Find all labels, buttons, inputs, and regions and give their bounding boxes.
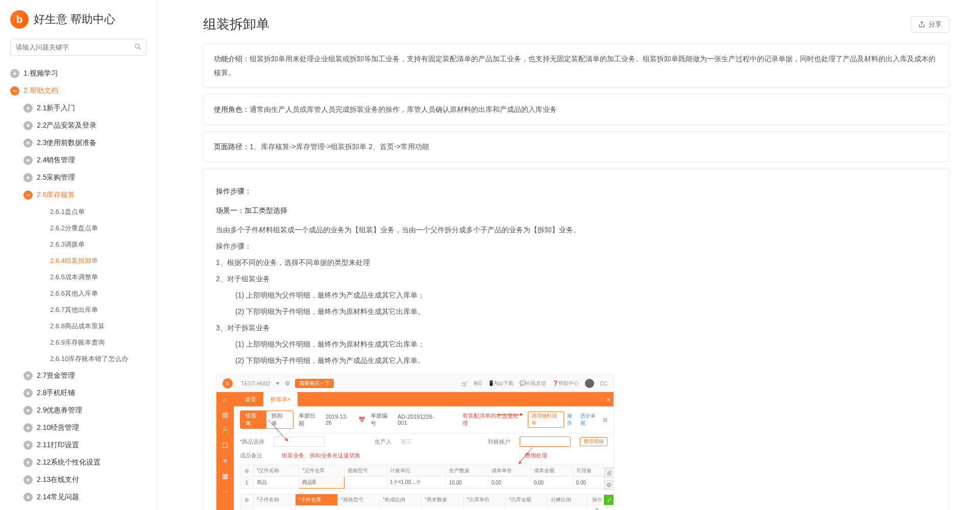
nav-2-6-5[interactable]: 2.6.5成本调整单 xyxy=(50,269,146,285)
intro-card: 功能介绍：组装拆卸单用来处理企业组装或拆卸等加工业务，支持有固定装配清单的产品加… xyxy=(203,43,949,88)
nav-2-6-9[interactable]: 2.6.9库存账本查询 xyxy=(50,334,146,351)
nav-2-6[interactable]: −2.6库存核算 xyxy=(23,186,146,204)
step-s3b: (2) 下部明细为子件明细，最终作为产成品生成其它入库单。 xyxy=(216,353,937,368)
intro-label: 功能介绍： xyxy=(214,55,250,63)
nav-2-1[interactable]: +2.1新手入门 xyxy=(23,100,146,117)
path-text: 1、库存核算->库存管理->组装拆卸单 2、首页->常用功能 xyxy=(250,142,429,151)
plus-icon: + xyxy=(23,138,33,148)
nav-2-3[interactable]: +2.3使用前数据准备 xyxy=(23,134,146,152)
plus-icon: + xyxy=(23,156,33,165)
plus-icon: + xyxy=(23,406,33,415)
nav-2-6-2[interactable]: 2.6.2分量盘点单 xyxy=(50,220,146,236)
minus-icon: − xyxy=(23,190,33,200)
nav-2-7[interactable]: +2.7资金管理 xyxy=(23,367,146,384)
step-s2: 2、对于组装业务 xyxy=(216,272,937,286)
path-card: 页面路径：1、库存核算->库存管理->组装拆卸单 2、首页->常用功能 xyxy=(203,131,949,162)
chevron-down-icon xyxy=(276,382,280,385)
close-icon: × xyxy=(606,396,610,403)
mock-topbar: b TEST-H002 ⚙ 我要购买一下 🛒购0 📱App下载 💬在线反馈 ❓帮… xyxy=(216,375,614,392)
plus-icon: + xyxy=(23,388,33,398)
nav-2-6-10[interactable]: 2.6.10库存账本错了怎么办 xyxy=(50,351,146,367)
share-button[interactable]: 分享 xyxy=(911,16,949,33)
nav-2-9[interactable]: +2.9优惠券管理 xyxy=(23,402,146,419)
logo-icon: b xyxy=(10,10,29,29)
plus-icon: + xyxy=(23,104,33,113)
nav-docs[interactable]: −2.帮助文档 xyxy=(10,82,146,100)
role-card: 使用角色：通常由生产人员或库管人员完成拆装业务的操作，库管人员确认原材料的出库和… xyxy=(203,94,949,125)
gear-icon: ⚙ xyxy=(284,380,291,387)
nav-2-12[interactable]: +2.12系统个性化设置 xyxy=(23,454,146,471)
chart-icon: ≡ xyxy=(221,456,229,465)
mock-row2: *商品选择 生产人 张三 到账账户 费用明细 xyxy=(234,433,614,452)
steps-card: 操作步骤： 场景一：加工类型选择 当由多个子件材料组装成一个成品的业务为【组装】… xyxy=(203,168,949,510)
plus-icon: + xyxy=(23,371,33,380)
help-link: ❓帮助中心 xyxy=(552,380,579,387)
mock-toolbar: 组装单 拆卸单 单据日期 2019-12-26 📅 单据编号 AD-201912… xyxy=(234,406,614,433)
step-s1: 1、根据不同的业务，选择不同单据的类型来处理 xyxy=(216,255,937,270)
nav-2-2[interactable]: +2.2产品安装及登录 xyxy=(23,117,146,134)
step-p1: 当由多个子件材料组装成一个成品的业务为【组装】业务，当由一个父件拆分成多个子产品… xyxy=(216,223,937,237)
logo: b 好生意 帮助中心 xyxy=(10,10,146,29)
annot-expense: 费用处理 xyxy=(525,452,547,459)
product-select xyxy=(274,436,325,447)
nav-2-6-3[interactable]: 2.6.3调拨单 xyxy=(50,236,146,253)
side-icons: 🖨 ⚙ xyxy=(604,468,614,490)
type-radio: 组装单 拆卸单 xyxy=(240,410,293,429)
mock-trial-btn: 我要购买一下 xyxy=(295,379,334,388)
search-box xyxy=(10,39,146,56)
svg-point-0 xyxy=(135,44,139,48)
nav-2-14[interactable]: +2.14常见问题 xyxy=(23,489,146,506)
mock-tenant: TEST-H002 xyxy=(241,380,270,386)
nav-video[interactable]: +1.视频学习 xyxy=(10,65,146,82)
share-icon xyxy=(918,21,925,28)
avatar-icon xyxy=(585,379,594,388)
role-label: 使用角色： xyxy=(214,105,250,113)
account-input xyxy=(520,436,571,447)
role-text: 通常由生产人员或库管人员完成拆装业务的操作，库管人员确认原材料的出库和产成品的入… xyxy=(250,105,557,113)
home-icon: ⌂ xyxy=(221,395,229,403)
history-link: 历史单据 xyxy=(580,412,600,427)
nav-2-11[interactable]: +2.11打印设置 xyxy=(23,436,146,454)
nav-2-15[interactable]: +2.15操作实例 xyxy=(23,506,146,510)
nav-2-8[interactable]: +2.8手机旺铺 xyxy=(23,384,146,402)
plus-icon: + xyxy=(10,69,19,78)
arrow-icon xyxy=(497,415,523,415)
search-icon[interactable] xyxy=(134,43,141,52)
tab-doc: 拆装单 × xyxy=(263,392,298,406)
page-title: 组装拆卸单 xyxy=(203,15,270,33)
calendar-icon: 📅 xyxy=(358,417,365,423)
parent-table: ⚙ *父件名称 *父件仓库 规格型号 计量单位 生产数量 成本单价 成本金额 可… xyxy=(240,465,607,489)
grid-icon: ▦ xyxy=(221,472,229,480)
plus-icon: + xyxy=(23,441,33,450)
nav-2-13[interactable]: +2.13在线支付 xyxy=(23,471,146,489)
lock-icon: 🔒 xyxy=(221,426,229,434)
box-icon: ☐ xyxy=(221,441,229,449)
mock-tabs: 首页 拆装单 × × xyxy=(234,392,614,406)
nav-2-4[interactable]: +2.4销售管理 xyxy=(23,152,146,169)
nav-2-10[interactable]: +2.10经营管理 xyxy=(23,419,146,436)
app-link: 📱App下载 xyxy=(488,380,513,387)
minus-icon: − xyxy=(10,86,19,95)
mock-user: CC xyxy=(600,381,607,386)
tab-home: 首页 xyxy=(238,392,263,406)
mock-logo-icon: b xyxy=(223,378,233,388)
nav-2-6-4[interactable]: 2.6.4组装拆卸单 xyxy=(50,253,146,269)
nav-2-6-7[interactable]: 2.6.7其他出库单 xyxy=(50,302,146,318)
plus-icon: + xyxy=(23,493,33,502)
steps-title: 操作步骤： xyxy=(216,184,937,198)
main-content: 组装拆卸单 分享 功能介绍：组装拆卸单用来处理企业组装或拆卸等加工业务，支持有固… xyxy=(157,0,980,510)
search-input[interactable] xyxy=(10,39,146,56)
plus-icon: + xyxy=(23,475,33,484)
mock-sidebar: ⌂ ▤ 🔒 ☐ ≡ ▦ ⋯ xyxy=(216,392,234,510)
side-icons: ⤢ xyxy=(604,495,614,505)
doc-icon: ▤ xyxy=(221,410,229,419)
nav-2-6-8[interactable]: 2.6.8商品成本重算 xyxy=(50,318,146,334)
step-s2b: (2) 下部明细为子件明细，最终作为原材料生成其它出库单。 xyxy=(216,304,937,319)
plus-icon: + xyxy=(23,458,33,467)
step-s2a: (1) 上部明细为父件明细，最终作为产成品生成其它入库单； xyxy=(216,288,937,302)
nav-2-6-1[interactable]: 2.6.1盘点单 xyxy=(50,204,146,220)
nav-2-6-6[interactable]: 2.6.6其他入库单 xyxy=(50,285,146,302)
nav-2-5[interactable]: +2.5采购管理 xyxy=(23,169,146,186)
intro-text: 组装拆卸单用来处理企业组装或拆卸等加工业务，支持有固定装配清单的产品加工业务，也… xyxy=(214,55,936,77)
print-icon: 🖨 xyxy=(604,468,614,478)
